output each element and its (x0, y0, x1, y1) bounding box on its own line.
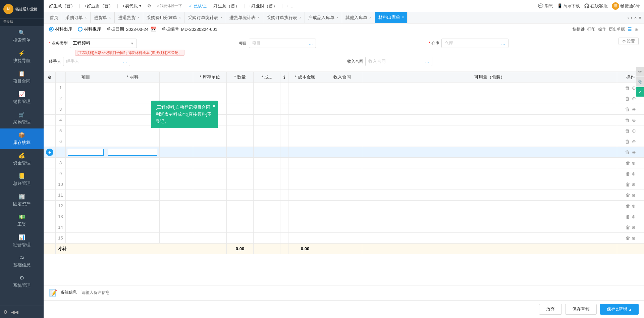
sidebar-item-payroll[interactable]: 💵 工资 (0, 210, 44, 231)
row-income-contract[interactable] (322, 83, 362, 93)
nav-more[interactable]: +… (285, 3, 295, 9)
copy-row-btn[interactable]: ⊕ (631, 127, 637, 134)
radio-material-out[interactable]: 材料出库 (49, 26, 72, 32)
tab-close-icon[interactable]: × (109, 16, 111, 19)
row-project[interactable] (66, 147, 106, 158)
sidebar-item-sales[interactable]: 📈 销售管理 (0, 88, 44, 108)
sidebar-item-shortcut[interactable]: ⚡ 快捷导航 (0, 47, 44, 67)
sidebar-item-base[interactable]: 🗂 基础信息 (0, 251, 44, 271)
row-qty[interactable] (227, 115, 254, 125)
tab-prev-icon[interactable]: ‹ (627, 15, 629, 20)
handler-input[interactable]: 经手人 … (63, 57, 130, 66)
warehouse-input[interactable]: 仓库 … (441, 39, 508, 48)
view-switch-grid[interactable]: ⊞ (635, 26, 639, 32)
view-switch-list[interactable]: ☰ (628, 26, 632, 32)
tab-close-icon[interactable]: × (138, 16, 140, 19)
nav-certified[interactable]: ✓ 已认证 (187, 2, 208, 10)
collapse-btn[interactable]: ◀◀ (11, 309, 18, 315)
tab-menu-icon[interactable]: ≡ (639, 15, 641, 20)
biz-type-input[interactable]: 工程领料 ▼ (70, 39, 137, 48)
tab-next-icon[interactable]: › (631, 15, 632, 20)
row-cost-amount[interactable] (288, 115, 322, 125)
row-cost-amount[interactable] (288, 125, 322, 136)
tab-purchase-order[interactable]: 采购订单 × (62, 12, 91, 23)
row-project-input[interactable] (68, 149, 104, 156)
copy-row-btn[interactable]: ⊕ (631, 106, 637, 113)
sidebar-item-ledger[interactable]: 📒 总账管理 (0, 169, 44, 190)
row-income-contract[interactable] (322, 93, 362, 104)
row-material[interactable] (106, 158, 160, 168)
experience-link[interactable]: ○ 我要体验一下 (157, 3, 182, 8)
row-spec[interactable] (160, 147, 193, 158)
delete-row-btn[interactable]: 🗑 (625, 160, 631, 166)
project-input[interactable]: 项目 … (249, 39, 316, 48)
copy-row-btn[interactable]: ⊕ (631, 160, 636, 166)
row-cost-price[interactable] (254, 93, 280, 104)
billno-value[interactable]: MD-20230324-001 (181, 27, 217, 32)
row-project[interactable] (66, 125, 106, 136)
row-spec[interactable] (160, 83, 193, 93)
save-draft-button[interactable]: 保存草稿 (565, 304, 597, 315)
discard-button[interactable]: 放弃 (539, 304, 562, 315)
nav-good-biz2[interactable]: 好生意（首） (212, 2, 241, 10)
tab-purchase-stats[interactable]: 采购订单统计表 × (184, 12, 226, 23)
delete-row-btn[interactable]: 🗑 (624, 85, 630, 91)
delete-row-btn[interactable]: 🗑 (625, 235, 631, 242)
sidebar-item-purchase[interactable]: 🛒 采购管理 (0, 108, 44, 128)
tab-goods-receipt[interactable]: 进货单 × (91, 12, 115, 23)
row-project[interactable] (66, 136, 106, 147)
notes-input[interactable] (80, 289, 639, 296)
tab-home[interactable]: 首页 (46, 12, 62, 23)
row-cost-amount[interactable] (288, 93, 322, 104)
sidebar-item-system[interactable]: ⚙ 系统管理 (0, 271, 44, 292)
tab-purchase-exec[interactable]: 采购订单执行表 × (263, 12, 305, 23)
row-warehouse-unit[interactable] (193, 147, 227, 158)
sidebar-item-assets[interactable]: 🏢 固定资产 (0, 190, 44, 210)
row-cost-amount[interactable] (288, 136, 322, 147)
row-material[interactable] (106, 136, 160, 147)
row-cost-amount[interactable] (288, 83, 322, 93)
close-tab-icon[interactable]: × (634, 15, 637, 20)
row-qty[interactable] (227, 136, 254, 147)
row-income-contract[interactable] (322, 136, 362, 147)
sidebar-item-inventory[interactable]: 📦 库存核算 (0, 128, 44, 149)
nav-good-biz[interactable]: 好生意（首） (48, 2, 76, 10)
topbar-msg[interactable]: 💬 消息 (538, 3, 553, 9)
tab-material-out[interactable]: 材料出库单 × (375, 12, 408, 23)
row-cost-price[interactable] (254, 83, 280, 93)
row-cost-amount[interactable] (288, 158, 322, 168)
print-btn[interactable]: 打印 (587, 26, 595, 32)
copy-row-btn[interactable]: ⊕ (631, 235, 636, 242)
row-qty[interactable] (227, 104, 254, 115)
delete-row-btn[interactable]: 🗑 (625, 224, 631, 231)
right-tool-action[interactable]: ↗ (636, 87, 644, 97)
row-income-contract[interactable] (322, 147, 362, 158)
row-warehouse-unit[interactable] (193, 83, 227, 93)
row-available-qty[interactable] (362, 93, 617, 104)
row-warehouse-unit[interactable] (193, 136, 227, 147)
settings-topbar-icon[interactable]: ⚙ (147, 3, 151, 8)
save-new-button[interactable]: 保存&新增 ▲ (600, 304, 639, 315)
nav-agent[interactable]: +易代账 ▼ (121, 2, 143, 10)
tab-close-icon[interactable]: × (336, 16, 338, 19)
row-income-contract[interactable] (322, 125, 362, 136)
copy-row-btn[interactable]: ⊕ (631, 203, 636, 209)
form-settings-btn[interactable]: ⚙ 设置 (619, 38, 639, 45)
row-cost-amount[interactable] (288, 147, 322, 158)
quick-key-btn[interactable]: 快捷键 (573, 26, 585, 32)
row-project[interactable] (66, 83, 106, 93)
row-income-contract[interactable] (322, 158, 362, 168)
row-income-contract[interactable] (322, 115, 362, 125)
right-tool-edit[interactable]: ✏ (636, 67, 644, 76)
tab-goods-return[interactable]: 进退货货 × (115, 12, 143, 23)
col-header-cost-info[interactable]: ℹ (280, 72, 288, 83)
row-available-qty[interactable] (362, 104, 617, 115)
row-material[interactable] (106, 147, 160, 158)
delete-row-btn[interactable]: 🗑 (624, 127, 630, 134)
row-material[interactable] (106, 83, 160, 93)
row-cost-price[interactable] (254, 136, 280, 147)
row-available-qty[interactable] (362, 115, 617, 125)
row-project[interactable] (66, 158, 106, 168)
income-contract-input[interactable]: 收入合同 … (365, 57, 432, 66)
row-available-qty[interactable] (362, 83, 617, 93)
